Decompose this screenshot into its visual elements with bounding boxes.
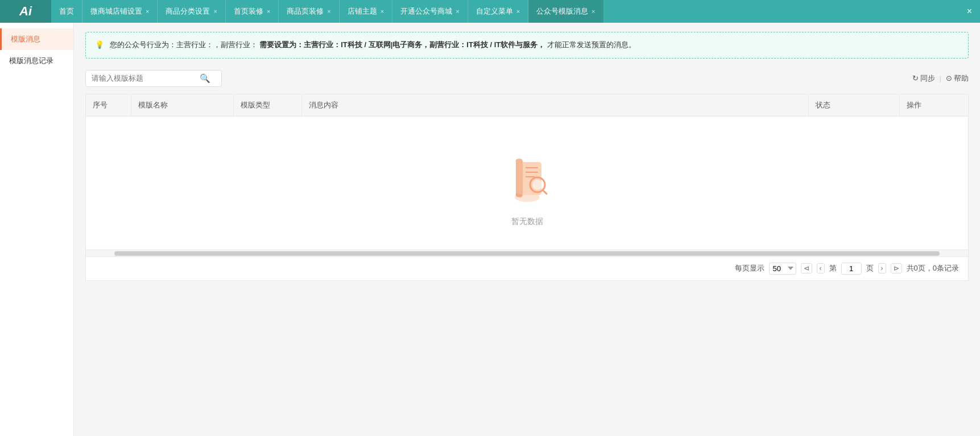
data-table: 序号 模版名称 模版类型 消息内容 状态 操作 xyxy=(85,94,969,281)
next-page-button[interactable]: › xyxy=(878,263,886,273)
page-size-select[interactable]: 50 20 100 xyxy=(769,263,796,275)
search-input-wrap: 🔍 xyxy=(85,70,222,87)
sidebar: 模版消息 模版消息记录 xyxy=(0,23,74,436)
page-input[interactable] xyxy=(841,263,862,275)
table-header: 序号 模版名称 模版类型 消息内容 状态 操作 xyxy=(86,94,968,117)
action-divider: | xyxy=(940,74,941,82)
main-layout: 模版消息 模版消息记录 💡 您的公众号行业为：主营行业：，副营行业： 需要设置为… xyxy=(0,23,980,436)
close-custom-menu[interactable]: × xyxy=(516,8,520,15)
close-template-msg[interactable]: × xyxy=(592,8,595,15)
help-button[interactable]: ⊙ 帮助 xyxy=(946,73,969,84)
sync-button[interactable]: ↻ 同步 xyxy=(912,73,935,84)
last-page-button[interactable]: ⊳ xyxy=(891,263,902,273)
first-page-button[interactable]: ⊲ xyxy=(801,263,812,273)
page-unit: 页 xyxy=(866,263,874,273)
main-content: 💡 您的公众号行业为：主营行业：，副营行业： 需要设置为：主营行业：IT科技 /… xyxy=(74,23,980,436)
col-index: 序号 xyxy=(86,94,131,116)
top-navigation: Ai 首页 微商城店铺设置 × 商品分类设置 × 首页装修 × 商品页装修 × … xyxy=(0,0,980,23)
empty-state: 暂无数据 xyxy=(86,117,968,250)
sidebar-item-template-msg-record[interactable]: 模版消息记录 xyxy=(0,50,73,72)
col-status: 状态 xyxy=(809,94,900,116)
close-shop-theme[interactable]: × xyxy=(381,8,384,15)
nav-item-homepage-decor[interactable]: 首页装修 × xyxy=(226,0,279,23)
empty-icon xyxy=(499,151,556,207)
nav-item-template-msg[interactable]: 公众号模版消息 × xyxy=(528,0,603,23)
col-content: 消息内容 xyxy=(302,94,809,116)
search-bar: 🔍 ↻ 同步 | ⊙ 帮助 xyxy=(85,70,969,87)
close-category-settings[interactable]: × xyxy=(213,8,217,15)
close-open-mall[interactable]: × xyxy=(456,8,459,15)
search-input[interactable] xyxy=(92,74,200,82)
app-logo: Ai xyxy=(0,0,51,23)
close-all-button[interactable]: × xyxy=(959,6,980,16)
col-type: 模版类型 xyxy=(234,94,302,116)
nav-item-shop-settings[interactable]: 微商城店铺设置 × xyxy=(82,0,158,23)
nav-item-custom-menu[interactable]: 自定义菜单 × xyxy=(468,0,528,23)
scrollbar-thumb[interactable] xyxy=(114,251,940,256)
nav-item-product-decor[interactable]: 商品页装修 × xyxy=(279,0,339,23)
close-product-decor[interactable]: × xyxy=(327,8,330,15)
svg-point-5 xyxy=(532,180,543,190)
page-label: 第 xyxy=(829,263,837,273)
nav-item-home[interactable]: 首页 xyxy=(51,0,82,23)
empty-text: 暂无数据 xyxy=(511,217,543,227)
page-size-label: 每页显示 xyxy=(735,263,764,273)
notice-banner: 💡 您的公众号行业为：主营行业：，副营行业： 需要设置为：主营行业：IT科技 /… xyxy=(85,32,969,59)
close-homepage-decor[interactable]: × xyxy=(267,8,270,15)
nav-item-shop-theme[interactable]: 店铺主题 × xyxy=(340,0,392,23)
col-name: 模版名称 xyxy=(131,94,234,116)
search-actions: ↻ 同步 | ⊙ 帮助 xyxy=(912,73,969,84)
search-icon[interactable]: 🔍 xyxy=(200,73,210,84)
sidebar-item-template-msg[interactable]: 模版消息 xyxy=(0,28,73,50)
sync-icon: ↻ xyxy=(912,74,919,82)
prev-page-button[interactable]: ‹ xyxy=(817,263,825,273)
close-shop-settings[interactable]: × xyxy=(146,8,149,15)
horizontal-scrollbar[interactable] xyxy=(86,250,968,256)
bulb-icon: 💡 xyxy=(95,40,104,49)
nav-item-open-mall[interactable]: 开通公众号商城 × xyxy=(392,0,468,23)
total-label: 共0页，0条记录 xyxy=(907,263,959,273)
help-icon: ⊙ xyxy=(946,74,952,82)
nav-item-category-settings[interactable]: 商品分类设置 × xyxy=(158,0,225,23)
pagination: 每页显示 50 20 100 ⊲ ‹ 第 页 › ⊳ 共0页，0条记录 xyxy=(86,256,968,280)
col-action: 操作 xyxy=(900,94,968,116)
svg-line-6 xyxy=(543,190,547,194)
